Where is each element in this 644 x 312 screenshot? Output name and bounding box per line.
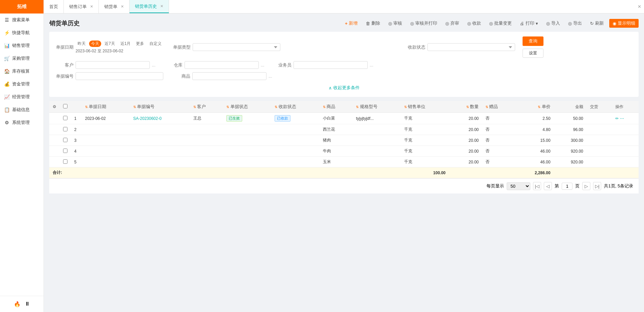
col-price[interactable]: ⇅ 单价 xyxy=(515,101,554,113)
filter-salesperson-label: 业务员 xyxy=(273,62,291,68)
delete-button[interactable]: 🗑 删除 xyxy=(363,19,383,28)
import-button[interactable]: ◎ 导入 xyxy=(543,19,563,28)
tab-sales-order[interactable]: 销售订单 ✕ xyxy=(64,0,99,13)
audit-print-button[interactable]: ◎ 审核并打印 xyxy=(408,19,440,28)
date-tag-today[interactable]: 今天 xyxy=(89,41,101,47)
sidebar-item-basic-info[interactable]: 📋 基础信息 xyxy=(0,103,44,116)
row-collect-status-cell: 已收款 xyxy=(271,113,319,124)
settings-button[interactable]: 设置 xyxy=(523,49,543,58)
filter-warehouse-input[interactable] xyxy=(185,61,259,69)
filter-date-block: 昨天 今天 近7天 近1月 更多 自定义 2023-06-02 至 2023-0… xyxy=(76,41,164,54)
filter-warehouse-label: 仓库 xyxy=(164,62,183,68)
next-page-button[interactable]: ▷ xyxy=(582,182,590,190)
tab-sales-goods-history-close[interactable]: ✕ xyxy=(160,4,163,8)
show-detail-button[interactable]: ◉ 显示明细 xyxy=(609,19,639,28)
select-all-checkbox[interactable] xyxy=(63,104,67,108)
date-tag-yesterday[interactable]: 昨天 xyxy=(76,41,88,47)
col-doc-no[interactable]: ⇅ 单据编号 xyxy=(130,101,190,113)
col-gift[interactable]: ⇅ 赠品 xyxy=(482,101,515,113)
tab-sales-goods[interactable]: 销货单 ✕ xyxy=(99,0,130,13)
date-tag-7days[interactable]: 近7天 xyxy=(103,41,117,47)
abandon-button[interactable]: ◎ 弃审 xyxy=(443,19,462,28)
action-edit-link[interactable]: ✏ xyxy=(615,116,619,121)
date-tag-more[interactable]: 更多 xyxy=(134,41,146,47)
sort-collect-status-icon: ⇅ xyxy=(275,105,277,109)
row-amount-cell: 300.00 xyxy=(554,135,587,146)
doc-no-link[interactable]: SA-20230602-0 xyxy=(133,116,162,121)
print-button[interactable]: 🖨 打印 ▾ xyxy=(517,19,541,28)
pause-icon[interactable]: ⏸ xyxy=(25,301,30,307)
filter-warehouse-dots[interactable]: ... xyxy=(261,62,264,68)
row-checkbox[interactable] xyxy=(63,138,67,142)
filter-salesperson-input[interactable] xyxy=(293,61,368,69)
filter-collect-status-select[interactable] xyxy=(427,43,515,51)
sidebar-item-search-menu[interactable]: ☰ 搜索菜单 xyxy=(0,14,44,26)
col-doc-status[interactable]: ⇅ 单据状态 xyxy=(223,101,271,113)
filter-doc-type-select[interactable] xyxy=(193,43,280,51)
col-spec[interactable]: ⇅ 规格型号 xyxy=(353,101,401,113)
collapse-button[interactable]: ∧ 收起更多条件 xyxy=(329,83,360,92)
new-button[interactable]: + 新增 xyxy=(342,19,360,28)
last-page-button[interactable]: ▷| xyxy=(593,182,601,190)
action-more-link[interactable]: ⋯ xyxy=(620,116,624,121)
sidebar-item-purchase-mgmt[interactable]: 🛒 采购管理 xyxy=(0,52,44,65)
refresh-button[interactable]: ↻ 刷新 xyxy=(587,19,607,28)
batch-change-button[interactable]: ◎ 批量变更 xyxy=(486,19,514,28)
col-customer[interactable]: ⇅ 客户 xyxy=(190,101,223,113)
tab-sales-goods-history-label: 销货单历史 xyxy=(135,3,157,9)
filter-salesperson-dots[interactable]: ... xyxy=(370,62,373,68)
row-collect-status-cell xyxy=(271,146,319,157)
filter-goods-input[interactable] xyxy=(192,72,267,80)
sidebar-item-stock-calc[interactable]: 🏠 库存核算 xyxy=(0,65,44,78)
row-checkbox[interactable] xyxy=(63,159,67,164)
row-checkbox[interactable] xyxy=(63,149,67,153)
tab-bar-close-all[interactable]: ✕ xyxy=(638,4,644,9)
row-price-cell: 4.80 xyxy=(515,124,554,135)
sidebar-item-ops-mgmt[interactable]: 📈 经营管理 xyxy=(0,90,44,103)
first-page-button[interactable]: |◁ xyxy=(533,182,541,190)
filter-customer-label: 客户 xyxy=(55,62,74,68)
filter-customer-dots[interactable]: ... xyxy=(152,62,156,68)
sidebar-item-sales-mgmt[interactable]: 📊 销售管理 xyxy=(0,39,44,52)
tab-sales-goods-close[interactable]: ✕ xyxy=(121,4,124,9)
page-number-input[interactable] xyxy=(562,183,572,190)
filter-customer-input[interactable] xyxy=(76,61,150,69)
tab-sales-order-close[interactable]: ✕ xyxy=(90,4,93,9)
col-goods[interactable]: ⇅ 商品 xyxy=(319,101,353,113)
collect-status-badge: 已收款 xyxy=(275,115,290,122)
collect-button[interactable]: ◎ 收款 xyxy=(465,19,484,28)
sys-mgmt-icon: ⚙ xyxy=(4,120,9,125)
sort-doc-date-icon: ⇅ xyxy=(85,105,88,109)
filter-docno-input[interactable] xyxy=(76,72,163,80)
col-unit[interactable]: ⇅ 销售单位 xyxy=(401,101,449,113)
row-checkbox[interactable] xyxy=(63,116,67,120)
query-button[interactable]: 查询 xyxy=(523,36,543,46)
col-settings[interactable]: ⚙ xyxy=(49,101,60,113)
col-qty[interactable]: ⇅ 数量 xyxy=(449,101,482,113)
sidebar-item-sys-mgmt[interactable]: ⚙ 系统管理 xyxy=(0,116,44,129)
prev-page-button[interactable]: ◁ xyxy=(544,182,552,190)
col-collect-status[interactable]: ⇅ 收款状态 xyxy=(271,101,319,113)
row-no-cell: 3 xyxy=(71,135,82,146)
stock-calc-icon: 🏠 xyxy=(4,69,9,74)
audit-button[interactable]: ◎ 审核 xyxy=(386,19,405,28)
date-tag-1month[interactable]: 近1月 xyxy=(118,41,133,47)
date-range-value: 2023-06-02 至 2023-06-02 xyxy=(76,48,164,54)
row-goods-cell: 小白菜 xyxy=(319,113,353,124)
col-doc-date[interactable]: ⇅ 单据日期 xyxy=(82,101,130,113)
sidebar-item-label: 系统管理 xyxy=(12,120,30,126)
row-doc-date-cell xyxy=(82,124,130,135)
sidebar-item-quick-nav[interactable]: ⚡ 快捷导航 xyxy=(0,26,44,39)
tab-home[interactable]: 首页 xyxy=(44,0,64,13)
tab-sales-goods-history[interactable]: 销货单历史 ✕ xyxy=(130,0,169,13)
export-button[interactable]: ◎ 导出 xyxy=(565,19,585,28)
fire-icon[interactable]: 🔥 xyxy=(14,301,21,307)
row-checkbox[interactable] xyxy=(63,127,67,131)
doc-status-badge: 已生效 xyxy=(226,115,242,122)
sidebar-item-finance-mgmt[interactable]: 💰 资金管理 xyxy=(0,78,44,90)
per-page-select[interactable]: 50 100 xyxy=(507,182,530,190)
row-price-cell: 46.00 xyxy=(515,146,554,157)
date-tag-custom[interactable]: 自定义 xyxy=(147,41,164,47)
filter-goods-dots[interactable]: ... xyxy=(269,74,272,79)
row-action-cell xyxy=(612,146,639,157)
